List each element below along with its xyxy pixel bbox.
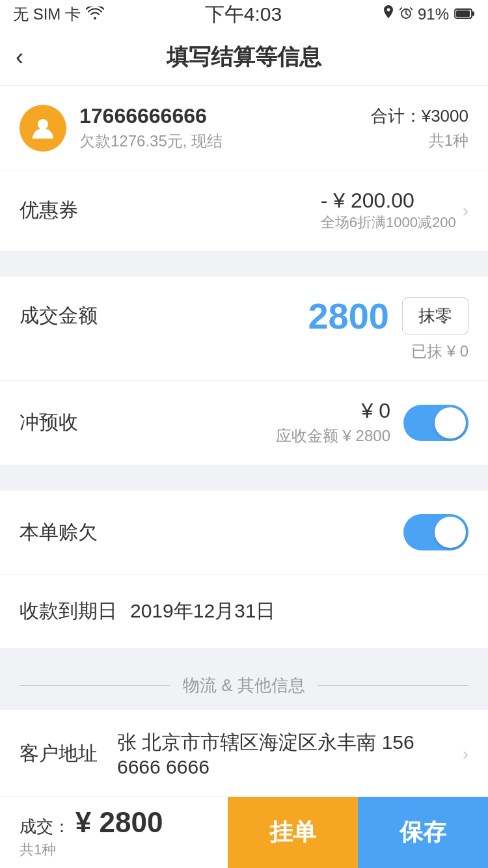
- logistics-line-right: [318, 685, 468, 686]
- total-label: 合计：¥3000: [371, 105, 468, 128]
- page-title: 填写结算等信息: [167, 42, 321, 72]
- amount-section: 成交金额 2800 抹零 已抹 ¥ 0: [0, 277, 488, 380]
- amount-sub: 已抹 ¥ 0: [20, 341, 468, 362]
- amount-value: 2800: [308, 295, 389, 337]
- debt-card: 本单赊欠 收款到期日 2019年12月31日: [0, 491, 488, 648]
- coupon-row[interactable]: 优惠券 - ¥ 200.00 全场6折满1000减200 ›: [0, 170, 488, 251]
- coupon-discount-area: - ¥ 200.00 全场6折满1000减200: [321, 189, 456, 232]
- status-bar: 无 SIM 卡 下午4:03 91%: [0, 0, 488, 29]
- footer-total-label: 成交：: [20, 817, 70, 836]
- customer-card: 17666666666 欠款1276.35元, 现结 合计：¥3000 共1种 …: [0, 86, 488, 251]
- alarm-icon: [400, 5, 413, 23]
- status-time: 下午4:03: [205, 1, 282, 28]
- customer-left: 17666666666 欠款1276.35元, 现结: [20, 104, 223, 152]
- logistics-text: 物流 & 其他信息: [183, 674, 305, 697]
- back-button[interactable]: ‹: [16, 44, 23, 71]
- prereceive-right: ¥ 0 应收金额 ¥ 2800: [276, 399, 468, 446]
- logistics-line-left: [20, 685, 170, 686]
- prereceive-label: 冲预收: [20, 409, 78, 436]
- footer-total-row: 成交： ¥ 2800: [20, 806, 208, 839]
- customer-row: 17666666666 欠款1276.35元, 现结 合计：¥3000 共1种: [0, 86, 488, 170]
- chevron-right-icon: ›: [463, 200, 468, 221]
- nav-bar: ‹ 填写结算等信息: [0, 29, 488, 86]
- svg-rect-3: [456, 10, 470, 17]
- amount-right: 2800 抹零: [308, 295, 468, 337]
- customer-phone: 17666666666: [79, 104, 223, 128]
- prereceive-val: ¥ 0 应收金额 ¥ 2800: [276, 399, 390, 446]
- address-card: 客户地址 张 北京市市辖区海淀区永丰南 156 6666 6666 ›: [0, 710, 488, 798]
- logistics-divider: 物流 & 其他信息: [0, 661, 488, 710]
- prereceive-sub: 应收金额 ¥ 2800: [276, 426, 390, 446]
- coupon-desc: 全场6折满1000减200: [321, 213, 456, 232]
- address-value: 张 北京市市辖区海淀区永丰南 156 6666 6666: [117, 729, 463, 778]
- battery-text: 91%: [418, 5, 449, 23]
- coupon-discount: - ¥ 200.00: [321, 189, 456, 213]
- toggle-knob-1: [435, 407, 466, 439]
- save-button[interactable]: 保存: [358, 797, 488, 869]
- status-right: 91%: [383, 5, 475, 23]
- total-count: 共1种: [371, 130, 468, 151]
- address-chevron-icon: ›: [463, 744, 468, 765]
- prereceive-section: 冲预收 ¥ 0 应收金额 ¥ 2800: [0, 380, 488, 465]
- amount-card: 成交金额 2800 抹零 已抹 ¥ 0 冲预收 ¥ 0 应收金额 ¥ 2800: [0, 277, 488, 465]
- battery-icon: [454, 5, 475, 23]
- svg-rect-2: [472, 12, 474, 16]
- amount-row: 成交金额 2800 抹零: [20, 295, 468, 337]
- coupon-right: - ¥ 200.00 全场6折满1000减200 ›: [321, 189, 468, 232]
- avatar: [20, 105, 66, 152]
- status-left: 无 SIM 卡: [13, 4, 104, 25]
- content-area: 17666666666 欠款1276.35元, 现结 合计：¥3000 共1种 …: [0, 86, 488, 868]
- coupon-label: 优惠券: [20, 197, 78, 224]
- prereceive-toggle[interactable]: [403, 405, 468, 441]
- footer-count: 共1种: [20, 840, 208, 860]
- toggle-knob-2: [435, 517, 466, 548]
- footer-info: 成交： ¥ 2800 共1种: [0, 806, 228, 860]
- round-button[interactable]: 抹零: [402, 297, 468, 334]
- divider-2: [0, 478, 488, 491]
- sim-text: 无 SIM 卡: [13, 4, 81, 25]
- customer-sub: 欠款1276.35元, 现结: [79, 131, 223, 152]
- debt-toggle[interactable]: [403, 514, 468, 550]
- customer-total: 合计：¥3000 共1种: [371, 105, 468, 151]
- debt-label: 本单赊欠: [20, 519, 98, 546]
- address-section[interactable]: 客户地址 张 北京市市辖区海淀区永丰南 156 6666 6666 ›: [0, 710, 488, 798]
- divider-1: [0, 264, 488, 277]
- debt-section: 本单赊欠: [0, 491, 488, 574]
- customer-info: 17666666666 欠款1276.35元, 现结: [79, 104, 223, 152]
- footer: 成交： ¥ 2800 共1种 挂单 保存: [0, 796, 488, 868]
- wifi-icon: [86, 5, 104, 23]
- location-icon: [383, 5, 394, 23]
- svg-point-4: [38, 119, 48, 129]
- hang-button[interactable]: 挂单: [228, 797, 358, 869]
- footer-amount: ¥ 2800: [75, 806, 163, 838]
- address-label: 客户地址: [20, 740, 98, 767]
- amount-label: 成交金额: [20, 303, 98, 329]
- prereceive-amount: ¥ 0: [276, 399, 390, 423]
- duedate-value: 2019年12月31日: [130, 598, 275, 625]
- prereceive-row: 冲预收 ¥ 0 应收金额 ¥ 2800: [20, 399, 468, 446]
- duedate-section: 收款到期日 2019年12月31日: [0, 574, 488, 648]
- duedate-label: 收款到期日: [20, 598, 117, 625]
